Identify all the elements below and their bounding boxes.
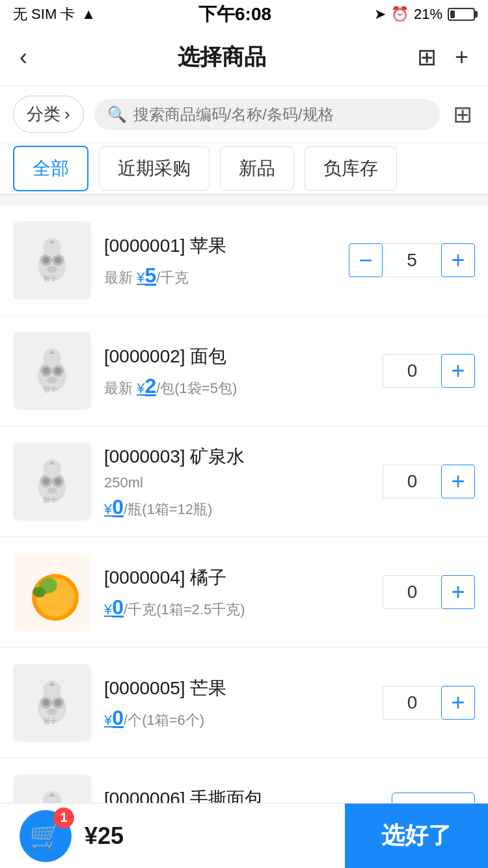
search-icon: 🔍 bbox=[107, 105, 127, 124]
qty-control: + bbox=[383, 354, 475, 388]
category-button[interactable]: 分类 › bbox=[13, 96, 84, 133]
product-price: ¥0/瓶(1箱=12瓶) bbox=[104, 495, 370, 519]
search-bar: 分类 › 🔍 ⊞ bbox=[0, 86, 488, 143]
nav-left: ‹ bbox=[20, 44, 27, 71]
alarm-icon: ⏰ bbox=[391, 6, 409, 23]
tab-recent[interactable]: 近期采购 bbox=[99, 146, 210, 191]
qty-input[interactable] bbox=[383, 243, 441, 277]
svg-point-3 bbox=[43, 257, 49, 264]
product-image: 智十 bbox=[13, 332, 91, 410]
product-info: [0000002] 面包最新 ¥2/包(1袋=5包) bbox=[104, 344, 370, 398]
product-name: [0000005] 芒果 bbox=[104, 676, 370, 701]
status-time: 下午6:08 bbox=[198, 2, 271, 27]
qty-control: + bbox=[383, 465, 475, 498]
cart-total: ¥25 bbox=[85, 822, 124, 850]
product-name: [0000003] 矿泉水 bbox=[104, 444, 370, 469]
cart-section: 🛒 1 ¥25 bbox=[0, 810, 345, 862]
svg-point-25 bbox=[47, 487, 57, 494]
status-left: 无 SIM 卡 ▲ bbox=[13, 5, 96, 24]
tab-negative[interactable]: 负库存 bbox=[305, 146, 397, 191]
svg-text:智十: 智十 bbox=[43, 496, 57, 504]
qty-input[interactable] bbox=[383, 465, 441, 498]
cart-badge: 1 bbox=[53, 807, 74, 828]
scan-icon[interactable]: ⊞ bbox=[450, 98, 475, 131]
svg-point-21 bbox=[43, 478, 49, 485]
search-input[interactable] bbox=[133, 105, 427, 124]
product-price: 最新 ¥5/千克 bbox=[104, 264, 336, 288]
product-item: 智十 [0000003] 矿泉水250ml¥0/瓶(1箱=12瓶)+ bbox=[0, 427, 488, 536]
tab-new[interactable]: 新品 bbox=[220, 146, 294, 191]
tab-bar: 全部 近期采购 新品 负库存 bbox=[0, 143, 488, 195]
back-button[interactable]: ‹ bbox=[20, 44, 27, 71]
category-label: 分类 bbox=[27, 103, 61, 126]
qty-plus-button[interactable]: + bbox=[441, 465, 475, 498]
product-list: 智十 [0000001] 苹果最新 ¥5/千克−+ 智十 [0000002] 面… bbox=[0, 206, 488, 868]
svg-point-22 bbox=[55, 478, 61, 485]
bottom-bar: 🛒 1 ¥25 选好了 bbox=[0, 803, 488, 868]
cart-icon-wrap[interactable]: 🛒 1 bbox=[20, 810, 72, 862]
search-input-wrap: 🔍 bbox=[94, 99, 440, 130]
status-bar: 无 SIM 卡 ▲ 下午6:08 ➤ ⏰ 21% bbox=[0, 0, 488, 29]
nav-right: ⊞ + bbox=[417, 44, 468, 71]
product-info: [0000003] 矿泉水250ml¥0/瓶(1箱=12瓶) bbox=[104, 444, 370, 519]
carrier-label: 无 SIM 卡 bbox=[13, 5, 75, 24]
qty-input[interactable] bbox=[383, 354, 441, 388]
product-item: 智十 [0000005] 芒果¥0/个(1箱=6个)+ bbox=[0, 648, 488, 757]
svg-text:智十: 智十 bbox=[43, 385, 57, 393]
add-button[interactable]: + bbox=[455, 44, 468, 71]
product-image: 智十 bbox=[13, 442, 91, 521]
qty-control: + bbox=[383, 686, 475, 720]
product-name: [0000004] 橘子 bbox=[104, 565, 370, 590]
product-spec-line: 250ml bbox=[104, 474, 370, 491]
status-right: ➤ ⏰ 21% bbox=[374, 6, 475, 23]
product-item: 智十 [0000002] 面包最新 ¥2/包(1袋=5包)+ bbox=[0, 316, 488, 426]
product-item: 智十 [0000001] 苹果最新 ¥5/千克−+ bbox=[0, 206, 488, 315]
product-image: 智十 bbox=[13, 221, 91, 299]
svg-point-12 bbox=[43, 368, 49, 374]
qty-minus-button[interactable]: − bbox=[349, 243, 383, 277]
product-image bbox=[13, 553, 91, 631]
product-info: [0000001] 苹果最新 ¥5/千克 bbox=[104, 234, 336, 288]
product-info: [0000005] 芒果¥0/个(1箱=6个) bbox=[104, 676, 370, 730]
qty-plus-button[interactable]: + bbox=[441, 686, 475, 720]
svg-point-35 bbox=[55, 699, 61, 706]
svg-point-16 bbox=[47, 377, 57, 383]
product-name: [0000002] 面包 bbox=[104, 344, 370, 369]
product-image: 智十 bbox=[13, 664, 91, 742]
product-price: 最新 ¥2/包(1袋=5包) bbox=[104, 374, 370, 398]
qty-control: + bbox=[383, 575, 475, 609]
svg-text:智十: 智十 bbox=[43, 717, 57, 725]
qty-plus-button[interactable]: + bbox=[441, 354, 475, 388]
tab-all[interactable]: 全部 bbox=[13, 146, 88, 191]
location-icon: ➤ bbox=[374, 6, 386, 23]
svg-point-7 bbox=[47, 266, 57, 273]
confirm-button[interactable]: 选好了 bbox=[345, 804, 488, 868]
svg-point-38 bbox=[47, 709, 57, 715]
wifi-icon: ▲ bbox=[81, 6, 96, 23]
chevron-right-icon: › bbox=[64, 104, 70, 124]
product-info: [0000004] 橘子¥0/千克(1箱=2.5千克) bbox=[104, 565, 370, 619]
filter-icon[interactable]: ⊞ bbox=[417, 44, 437, 71]
page-title: 选择商品 bbox=[178, 42, 266, 72]
qty-input[interactable] bbox=[383, 575, 441, 609]
qty-plus-button[interactable]: + bbox=[441, 243, 475, 277]
qty-control: −+ bbox=[349, 243, 475, 277]
product-price: ¥0/千克(1箱=2.5千克) bbox=[104, 595, 370, 619]
product-item: [0000004] 橘子¥0/千克(1箱=2.5千克)+ bbox=[0, 537, 488, 647]
qty-input[interactable] bbox=[383, 686, 441, 720]
battery-icon bbox=[448, 8, 475, 21]
product-name: [0000001] 苹果 bbox=[104, 234, 336, 258]
svg-point-4 bbox=[55, 257, 61, 264]
svg-text:智十: 智十 bbox=[43, 275, 57, 282]
nav-bar: ‹ 选择商品 ⊞ + bbox=[0, 29, 488, 86]
product-price: ¥0/个(1箱=6个) bbox=[104, 706, 370, 730]
svg-point-34 bbox=[43, 699, 49, 706]
svg-point-13 bbox=[55, 368, 61, 374]
qty-plus-button[interactable]: + bbox=[441, 575, 475, 609]
battery-text: 21% bbox=[414, 6, 442, 23]
